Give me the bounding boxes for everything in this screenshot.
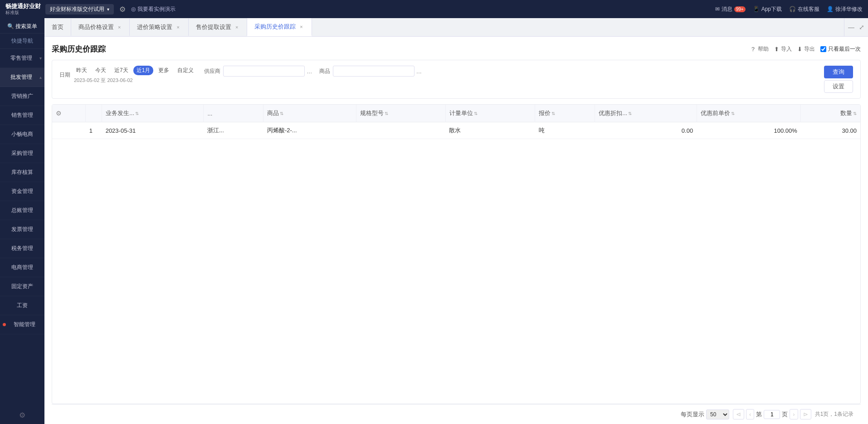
user-menu-button[interactable]: 👤 徐泽华修改 <box>827 5 863 13</box>
messages-button[interactable]: ✉ 消息 99+ <box>715 5 746 13</box>
demo-link[interactable]: ◎ 我要看实例演示 <box>131 5 176 13</box>
tab-expand-icon[interactable]: ⤢ <box>857 22 866 33</box>
goods-input[interactable] <box>333 66 414 77</box>
demo-link-text: 我要看实例演示 <box>137 5 176 13</box>
supplier-input[interactable] <box>223 66 305 77</box>
sidebar-item-ledger[interactable]: 总账管理 <box>0 201 44 220</box>
sidebar-item-sales[interactable]: 销售管理 <box>0 106 44 125</box>
col-biz-date[interactable]: 业务发生...⇅ <box>102 105 204 122</box>
date-btn-yesterday[interactable]: 昨天 <box>73 66 90 75</box>
sidebar-item-ecommerce[interactable]: 电商管理 <box>0 258 44 277</box>
app-download-button[interactable]: 📱 App下载 <box>753 5 782 13</box>
online-service-button[interactable]: 🎧 在线客服 <box>789 5 819 13</box>
export-icon: ⬇ <box>797 46 802 53</box>
page-actions: ？ 帮助 ⬆ 导入 ⬇ 导出 只看最后一次 <box>750 45 861 53</box>
col-spec[interactable]: 规格型号⇅ <box>356 105 445 122</box>
sidebar-item-tax-label: 税务管理 <box>3 245 42 252</box>
edition-selector[interactable]: 好业财标准版交付试用 ▾ <box>45 4 114 14</box>
data-table: ⚙ 业务发生...⇅ ... 商品⇅ 规格型号⇅ 计量单位⇅ 报价⇅ 优惠折扣.… <box>52 105 860 139</box>
supplier-dots[interactable]: ... <box>307 67 312 75</box>
date-btn-today[interactable]: 今天 <box>92 66 109 75</box>
date-btn-7days[interactable]: 近7天 <box>111 66 132 75</box>
export-button[interactable]: ⬇ 导出 <box>797 45 815 53</box>
goods-dots[interactable]: ... <box>416 67 422 75</box>
tab-sell-extract[interactable]: 售价提取设置 × <box>189 19 247 36</box>
col-more[interactable]: ... <box>204 105 263 122</box>
sidebar-item-tax[interactable]: 税务管理 <box>0 239 44 258</box>
pager-prev-button[interactable]: ‹ <box>746 409 754 419</box>
help-icon: ？ <box>750 45 756 53</box>
tab-purchase-strategy[interactable]: 进价策略设置 × <box>130 19 188 36</box>
tab-history-price-close-icon[interactable]: × <box>298 24 304 30</box>
sidebar-item-retail[interactable]: 零售管理 ▾ <box>0 49 44 68</box>
topbar: 畅捷通好业财 标准版 好业财标准版交付试用 ▾ ⚙ ◎ 我要看实例演示 ✉ 消息… <box>0 0 868 18</box>
tab-sell-extract-close-icon[interactable]: × <box>234 24 239 30</box>
cell-index: 1 <box>86 122 102 139</box>
sidebar-quicknav[interactable]: 快捷导航 <box>0 34 44 49</box>
only-last-checkbox-label[interactable]: 只看最后一次 <box>820 45 861 53</box>
cell-goods: 丙烯酸-2-... <box>263 122 356 139</box>
sidebar-item-finance[interactable]: 资金管理 <box>0 182 44 201</box>
date-filter-label: 日期 <box>59 71 70 79</box>
sidebar-item-inventory[interactable]: 库存核算 <box>0 163 44 182</box>
help-label: 帮助 <box>758 45 769 53</box>
tab-price-close-icon[interactable]: × <box>117 24 122 30</box>
col-settings[interactable]: ⚙ <box>52 105 86 122</box>
pager-next-button[interactable]: › <box>790 409 798 419</box>
chevron-up-icon: ▴ <box>39 75 42 80</box>
col-quantity[interactable]: 数量⇅ <box>801 105 860 122</box>
col-quote[interactable]: 报价⇅ <box>535 105 595 122</box>
sidebar-settings-icon[interactable]: ⚙ <box>0 406 44 424</box>
page-number-input[interactable] <box>764 410 780 419</box>
sidebar-item-purchase[interactable]: 采购管理 <box>0 144 44 163</box>
chevron-right-icon: ▾ <box>39 56 42 61</box>
topbar-settings-icon[interactable]: ⚙ <box>117 3 127 15</box>
filter-area: 日期 昨天 今天 近7天 近1月 更多 自定义 2023-05-02 至 202… <box>52 60 861 99</box>
settings-button[interactable]: 设置 <box>824 80 853 93</box>
query-button[interactable]: 查询 <box>824 66 853 78</box>
sidebar-item-wholesale[interactable]: 批发管理 ▴ <box>0 68 44 87</box>
sidebar-item-ecommerce-small[interactable]: 小畅电商 <box>0 125 44 144</box>
sort-unit-icon: ⇅ <box>474 111 478 116</box>
sidebar-item-invoice[interactable]: 发票管理 <box>0 220 44 239</box>
pager-last-button[interactable]: ⊳ <box>800 409 811 419</box>
cell-spec <box>356 122 445 139</box>
sidebar-item-payroll[interactable]: 工资 <box>0 296 44 315</box>
col-pre-discount-price[interactable]: 优惠前单价⇅ <box>697 105 801 122</box>
user-name-text: 徐泽华修改 <box>835 5 863 13</box>
sidebar-item-smart[interactable]: 智能管理 <box>0 315 44 334</box>
date-btn-1month[interactable]: 近1月 <box>133 66 154 75</box>
only-last-checkbox[interactable] <box>820 46 826 52</box>
per-page-dropdown[interactable]: 10 20 50 100 <box>706 410 729 419</box>
topbar-right: ✉ 消息 99+ 📱 App下载 🎧 在线客服 👤 徐泽华修改 <box>715 5 863 13</box>
tab-history-price[interactable]: 采购历史价跟踪 × <box>247 18 312 36</box>
date-btn-custom[interactable]: 自定义 <box>174 66 197 75</box>
import-label: 导入 <box>781 45 792 53</box>
sidebar-item-assets[interactable]: 固定资产 <box>0 277 44 296</box>
sidebar-item-marketing-label: 营销推广 <box>3 92 42 100</box>
phone-icon: 📱 <box>753 6 760 12</box>
page-content: 采购历史价跟踪 ？ 帮助 ⬆ 导入 ⬇ 导出 <box>44 37 868 424</box>
sidebar-search[interactable]: 🔍 搜索菜单 <box>0 18 44 34</box>
sort-biz-date-icon: ⇅ <box>135 111 139 116</box>
col-discount[interactable]: 优惠折扣...⇅ <box>595 105 697 122</box>
sidebar-item-marketing[interactable]: 营销推广 <box>0 87 44 106</box>
help-button[interactable]: ？ 帮助 <box>750 45 769 53</box>
tab-home[interactable]: 首页 <box>44 19 71 36</box>
tab-purchase-strategy-close-icon[interactable]: × <box>175 24 180 30</box>
filter-row: 日期 昨天 今天 近7天 近1月 更多 自定义 2023-05-02 至 202… <box>59 66 817 84</box>
sort-spec-icon: ⇅ <box>385 111 388 116</box>
pager-first-button[interactable]: ⊲ <box>733 409 744 419</box>
page-suffix: 页 <box>782 410 788 419</box>
col-unit[interactable]: 计量单位⇅ <box>445 105 535 122</box>
sidebar-item-invoice-label: 发票管理 <box>3 226 42 233</box>
page-title: 采购历史价跟踪 <box>52 44 106 54</box>
edition-name: 好业财标准版交付试用 <box>50 5 104 13</box>
date-btn-more[interactable]: 更多 <box>155 66 172 75</box>
col-goods[interactable]: 商品⇅ <box>263 105 356 122</box>
tab-collapse-icon[interactable]: — <box>846 22 856 33</box>
logo-sub-text: 标准版 <box>5 10 19 15</box>
import-button[interactable]: ⬆ 导入 <box>774 45 792 53</box>
sidebar-item-retail-label: 零售管理 <box>3 54 39 62</box>
tab-price[interactable]: 商品价格设置 × <box>71 19 130 36</box>
